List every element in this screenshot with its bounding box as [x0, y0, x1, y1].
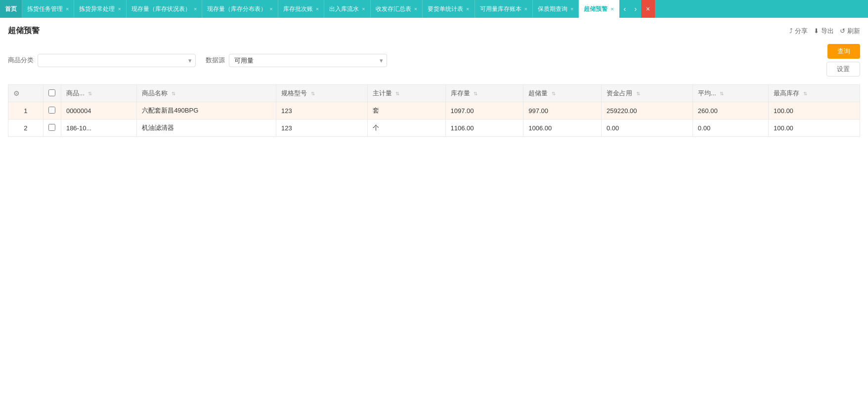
row-num-1: 2	[8, 119, 43, 137]
nav-tab-overstock-close[interactable]: ×	[610, 6, 613, 12]
page-header: 超储预警 ⤴ 分享 ⬇ 导出 ↺ 刷新	[8, 26, 860, 36]
row-max-0: 100.00	[769, 102, 860, 119]
nav-tab-batch-close[interactable]: ×	[316, 6, 319, 12]
set-button[interactable]: 设置	[826, 62, 860, 77]
row-select-1[interactable]	[48, 124, 55, 131]
nav-tab-quality[interactable]: 保质期查询 ×	[533, 0, 579, 18]
nav-tab-collect[interactable]: 收发存汇总表 ×	[371, 0, 423, 18]
sort-avg-icon: ⇅	[720, 91, 724, 96]
nav-tab-quality-close[interactable]: ×	[570, 6, 573, 12]
row-capital-0: 259220.00	[602, 102, 693, 119]
data-table: ⚙ 商品... ⇅ 商品名称 ⇅ 规格型号 ⇅ 主计量	[8, 84, 860, 137]
select-all-checkbox[interactable]	[48, 89, 55, 96]
nav-close-all[interactable]: ×	[641, 0, 655, 18]
row-checkbox-1[interactable]	[43, 119, 61, 137]
row-checkbox-0[interactable]	[43, 102, 61, 119]
sort-unit-icon: ⇅	[395, 91, 399, 96]
top-nav: 首页 拣货任务管理 × 拣货异常处理 × 现存量（库存状况表） × 现存量（库存…	[0, 0, 868, 18]
nav-tab-abnormal[interactable]: 拣货异常处理 ×	[74, 0, 126, 18]
sort-name-icon: ⇅	[172, 91, 175, 96]
nav-arrow-right[interactable]: ›	[630, 0, 641, 18]
category-select[interactable]	[38, 54, 196, 67]
th-gear[interactable]: ⚙	[8, 85, 43, 102]
nav-tab-inout[interactable]: 出入库流水 ×	[324, 0, 370, 18]
sort-stock-icon: ⇅	[474, 91, 477, 96]
filter-buttons: 查询 设置	[826, 44, 860, 77]
datasource-select[interactable]: 可用量	[229, 54, 387, 67]
query-button[interactable]: 查询	[827, 44, 860, 59]
row-avg-1: 0.00	[693, 119, 768, 137]
row-name-1: 机油滤清器	[137, 119, 276, 137]
row-code-0: 0000004	[61, 102, 136, 119]
sort-overstock-icon: ⇅	[552, 91, 556, 96]
page-title: 超储预警	[8, 26, 40, 36]
table-header: ⚙ 商品... ⇅ 商品名称 ⇅ 规格型号 ⇅ 主计量	[8, 85, 860, 102]
category-label: 商品分类	[8, 56, 34, 65]
table-body: 1 0000004 六配套新昌490BPG 123 套 1097.00 997.…	[8, 102, 860, 137]
datasource-select-wrapper: 可用量	[229, 54, 387, 67]
nav-tab-stock-status[interactable]: 现存量（库存状况表） ×	[127, 0, 202, 18]
share-button[interactable]: ⤴ 分享	[789, 27, 808, 36]
refresh-icon: ↺	[840, 27, 845, 35]
th-max[interactable]: 最高库存 ⇅	[769, 85, 860, 102]
filter-row: 商品分类 数据源 可用量 查询 设置	[8, 44, 860, 77]
sort-spec-icon: ⇅	[311, 91, 315, 96]
row-code-1: 186-10...	[61, 119, 136, 137]
row-stock-1: 1106.00	[445, 119, 523, 137]
row-avg-0: 260.00	[693, 102, 768, 119]
filter-category: 商品分类	[8, 54, 196, 67]
nav-tab-inout-close[interactable]: ×	[362, 6, 365, 12]
sort-max-icon: ⇅	[803, 91, 807, 96]
row-unit-0: 套	[367, 102, 445, 119]
datasource-label: 数据源	[206, 56, 225, 65]
nav-tab-stock-dist-close[interactable]: ×	[269, 6, 272, 12]
th-spec[interactable]: 规格型号 ⇅	[276, 85, 368, 102]
nav-tab-order-stat[interactable]: 要货单统计表 ×	[423, 0, 475, 18]
header-actions: ⤴ 分享 ⬇ 导出 ↺ 刷新	[789, 27, 860, 36]
nav-tab-task[interactable]: 拣货任务管理 ×	[22, 0, 74, 18]
th-avg[interactable]: 平均... ⇅	[693, 85, 768, 102]
row-select-0[interactable]	[48, 107, 55, 114]
row-spec-0: 123	[276, 102, 368, 119]
row-overstock-0: 997.00	[523, 102, 602, 119]
table-row: 2 186-10... 机油滤清器 123 个 1106.00 1006.00 …	[8, 119, 860, 137]
row-num-0: 1	[8, 102, 43, 119]
nav-tab-available-close[interactable]: ×	[524, 6, 527, 12]
row-spec-1: 123	[276, 119, 368, 137]
sort-capital-icon: ⇅	[636, 91, 640, 96]
nav-tab-stock-status-close[interactable]: ×	[194, 6, 197, 12]
export-button[interactable]: ⬇ 导出	[814, 27, 834, 36]
row-capital-1: 0.00	[602, 119, 693, 137]
filter-datasource: 数据源 可用量	[206, 54, 387, 67]
th-name[interactable]: 商品名称 ⇅	[137, 85, 276, 102]
th-code[interactable]: 商品... ⇅	[61, 85, 136, 102]
nav-tab-task-close[interactable]: ×	[66, 6, 69, 12]
row-max-1: 100.00	[769, 119, 860, 137]
th-stock[interactable]: 库存量 ⇅	[445, 85, 523, 102]
row-overstock-1: 1006.00	[523, 119, 602, 137]
table-row: 1 0000004 六配套新昌490BPG 123 套 1097.00 997.…	[8, 102, 860, 119]
nav-tab-available[interactable]: 可用量库存账本 ×	[475, 0, 533, 18]
nav-tab-home[interactable]: 首页	[0, 0, 22, 18]
share-icon: ⤴	[789, 27, 793, 35]
category-select-wrapper	[38, 54, 196, 67]
row-name-0: 六配套新昌490BPG	[137, 102, 276, 119]
nav-tab-batch[interactable]: 库存批次账 ×	[278, 0, 324, 18]
page-content: 超储预警 ⤴ 分享 ⬇ 导出 ↺ 刷新 商品分类	[0, 18, 868, 395]
th-unit[interactable]: 主计量 ⇅	[367, 85, 445, 102]
row-unit-1: 个	[367, 119, 445, 137]
nav-tab-overstock[interactable]: 超储预警 ×	[579, 0, 619, 18]
th-capital[interactable]: 资金占用 ⇅	[602, 85, 693, 102]
nav-tab-collect-close[interactable]: ×	[414, 6, 417, 12]
nav-tab-stock-dist[interactable]: 现存量（库存分布表） ×	[202, 0, 278, 18]
gear-icon[interactable]: ⚙	[13, 89, 20, 97]
nav-tab-abnormal-close[interactable]: ×	[118, 6, 121, 12]
th-overstock[interactable]: 超储量 ⇅	[523, 85, 602, 102]
nav-arrow-left[interactable]: ‹	[619, 0, 630, 18]
th-checkbox	[43, 85, 61, 102]
export-icon: ⬇	[814, 27, 819, 35]
nav-tab-order-stat-close[interactable]: ×	[466, 6, 469, 12]
row-stock-0: 1097.00	[445, 102, 523, 119]
refresh-button[interactable]: ↺ 刷新	[840, 27, 860, 36]
sort-code-icon: ⇅	[88, 91, 92, 96]
